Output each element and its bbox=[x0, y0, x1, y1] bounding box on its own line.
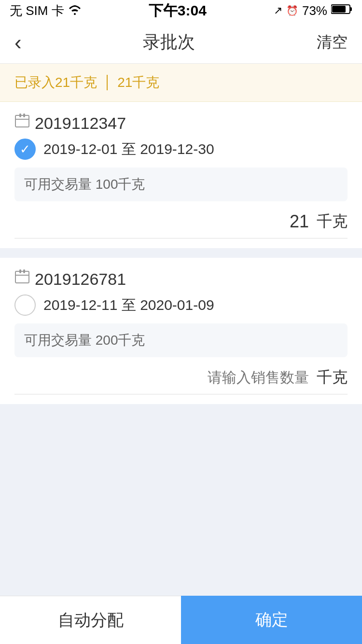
no-sim-text: 无 SIM 卡 bbox=[10, 2, 64, 19]
batch-1-avail-text: 可用交易量 100千克 bbox=[24, 177, 145, 192]
batch-1-amount-value: 21 bbox=[290, 211, 309, 232]
batch-1-unit: 千克 bbox=[317, 211, 348, 232]
batch-1-id: 2019112347 bbox=[35, 114, 126, 133]
batch-2-icon bbox=[14, 269, 30, 289]
batch-1-icon bbox=[14, 113, 30, 133]
batch-1-radio[interactable] bbox=[14, 139, 36, 160]
svg-rect-7 bbox=[15, 271, 29, 283]
status-right: ↗ ⏰ 73% bbox=[274, 3, 352, 18]
batch-1-date: 2019-12-01 至 2019-12-30 bbox=[43, 140, 214, 159]
alarm-icon: ⏰ bbox=[286, 5, 298, 16]
summary-total: 21千克 bbox=[117, 73, 159, 92]
location-icon: ↗ bbox=[274, 4, 282, 17]
batch-2-spacing bbox=[0, 394, 362, 404]
batch-2-date-row[interactable]: 2019-12-11 至 2020-01-09 bbox=[14, 294, 348, 316]
batch-2-unit: 千克 bbox=[317, 367, 348, 388]
status-bar: 无 SIM 卡 下午3:04 ↗ ⏰ 73% bbox=[0, 0, 362, 21]
status-time: 下午3:04 bbox=[149, 1, 207, 21]
batch-item-2: 2019126781 2019-12-11 至 2020-01-09 可用交易量… bbox=[0, 258, 362, 357]
svg-rect-1 bbox=[350, 7, 352, 11]
page-title: 录批次 bbox=[143, 30, 195, 54]
batch-1-amount-container: 21 千克 bbox=[0, 201, 362, 238]
batch-2-input-row[interactable]: 千克 bbox=[14, 367, 348, 394]
batch-1-spacing bbox=[0, 238, 362, 248]
batch-1-header: 2019112347 bbox=[14, 113, 348, 133]
summary-divider bbox=[107, 75, 108, 90]
auto-distribute-button[interactable]: 自动分配 bbox=[0, 596, 181, 644]
batch-2-input-container: 千克 bbox=[0, 357, 362, 394]
svg-rect-2 bbox=[332, 6, 346, 13]
battery-icon bbox=[331, 4, 352, 17]
section-divider bbox=[0, 248, 362, 258]
summary-entered: 已录入21千克 bbox=[14, 73, 97, 92]
svg-rect-5 bbox=[23, 113, 25, 117]
empty-content-area bbox=[0, 404, 362, 616]
batch-2-radio[interactable] bbox=[14, 294, 36, 316]
nav-bar: ‹ 录批次 清空 bbox=[0, 21, 362, 64]
batch-item-1: 2019112347 2019-12-01 至 2019-12-30 可用交易量… bbox=[0, 102, 362, 201]
batch-card-1: 2019112347 2019-12-01 至 2019-12-30 可用交易量… bbox=[0, 102, 362, 248]
bottom-bar: 自动分配 确定 bbox=[0, 596, 362, 644]
batch-2-avail-text: 可用交易量 200千克 bbox=[24, 333, 145, 348]
svg-rect-4 bbox=[19, 113, 21, 117]
batch-card-2: 2019126781 2019-12-11 至 2020-01-09 可用交易量… bbox=[0, 258, 362, 404]
batch-2-availability: 可用交易量 200千克 bbox=[14, 323, 348, 357]
confirm-button[interactable]: 确定 bbox=[181, 596, 362, 644]
summary-bar: 已录入21千克 21千克 bbox=[0, 64, 362, 102]
batch-2-qty-input[interactable] bbox=[154, 369, 309, 386]
batch-1-availability: 可用交易量 100千克 bbox=[14, 168, 348, 201]
back-button[interactable]: ‹ bbox=[14, 30, 22, 55]
batch-2-id: 2019126781 bbox=[35, 270, 126, 289]
batch-2-date: 2019-12-11 至 2020-01-09 bbox=[43, 295, 214, 315]
svg-rect-8 bbox=[19, 269, 21, 273]
svg-rect-9 bbox=[23, 269, 25, 273]
svg-rect-3 bbox=[15, 115, 29, 127]
batch-1-amount-row: 21 千克 bbox=[14, 211, 348, 238]
batch-2-header: 2019126781 bbox=[14, 269, 348, 289]
clear-button[interactable]: 清空 bbox=[317, 32, 348, 53]
battery-percent: 73% bbox=[302, 3, 327, 18]
wifi-icon bbox=[68, 3, 82, 18]
batch-1-date-row[interactable]: 2019-12-01 至 2019-12-30 bbox=[14, 139, 348, 160]
status-left: 无 SIM 卡 bbox=[10, 2, 82, 19]
